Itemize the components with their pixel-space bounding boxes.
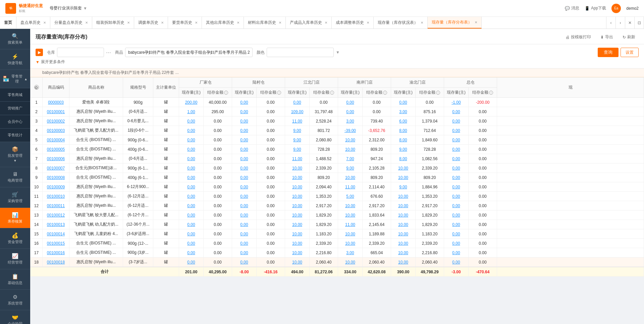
row-yubei-amt: 712.64 <box>416 126 444 135</box>
row-extra <box>497 192 644 201</box>
table-wrapper[interactable]: ⚙ 商品编码 商品名称 规格型号 主计量单位 厂家仓 陆村仓 江北门店 南岸门店… <box>30 77 644 324</box>
row-no: 3 <box>31 117 43 126</box>
tab-cailiao[interactable]: 材料出库单历史 ✕ <box>244 17 286 29</box>
sidebar-item-inventory[interactable]: 📊 库存核算 <box>0 208 30 228</box>
tab-chengben[interactable]: 成本调整单历史 ✕ <box>332 17 374 29</box>
color-input[interactable] <box>267 48 334 57</box>
sidebar: 🔍 搜索英单 ⚡ 快捷导航 🏪 零售管理 ▲ 零售商城 营销推广 会员中心 零售… <box>0 29 30 324</box>
sidebar-item-basic[interactable]: 📋 基础信息 <box>0 269 30 290</box>
print-btn[interactable]: 🖨 按模板打印 <box>562 33 594 41</box>
sidebar-item-collab[interactable]: 🤝 企业协同 <box>0 310 30 324</box>
row-code: 00100014 <box>43 229 69 239</box>
row-factory-amt: 0.00 <box>204 173 232 182</box>
row-extra <box>497 154 644 164</box>
export-btn[interactable]: ⬇ 导出 <box>597 33 616 41</box>
row-total-qty: 0.00 <box>444 117 469 126</box>
row-name: 惠氏启智 (Wyeth illu... <box>69 201 123 211</box>
refresh-btn[interactable]: ↻ 刷新 <box>619 33 639 41</box>
tab-kucun-dist[interactable]: 现存量（库存分布表） ✕ <box>428 17 482 29</box>
sidebar-item-finance[interactable]: 💰 资金管理 <box>0 228 30 249</box>
sidebar-item-search[interactable]: 🔍 搜索英单 <box>0 29 30 49</box>
th-jiangbei-qty: 现存量(主) <box>285 88 310 98</box>
filter-expand-toggle[interactable]: ▶ <box>36 49 43 56</box>
tab-pandian[interactable]: 盘点单历史 ✕ <box>16 17 50 29</box>
sidebar-item-wholesale[interactable]: 📦 批发管理 ▼ <box>0 142 30 167</box>
tab-zuhe[interactable]: 组装拆卸单历史 ✕ <box>92 17 134 29</box>
color-dropdown[interactable]: ▼ <box>336 50 340 55</box>
filter-area: ▶ 仓库 ··· 商品 颜色 ▼ 查询 设置 <box>30 44 644 68</box>
row-code: 00100011 <box>43 201 69 211</box>
row-factory-qty: 0.00 <box>179 248 204 258</box>
th-group-factory: 厂家仓 <box>179 78 232 88</box>
sidebar-item-system[interactable]: ⚙ 系统管理 <box>0 290 30 310</box>
row-factory-qty: 0.00 <box>179 154 204 164</box>
row-factory-amt: 0.00 <box>204 135 232 145</box>
tab-kucun-status[interactable]: 现存量（库存状况表） ✕ <box>374 17 428 29</box>
table-row: 18 00100018 惠氏启智 (Wyeth illu... (3-7岁适..… <box>31 258 644 267</box>
row-name: 惠氏启智 (Wyeth illu... <box>69 107 123 117</box>
row-extra <box>497 258 644 267</box>
filter-goods: 商品 <box>115 48 253 57</box>
tab-prev-btn[interactable]: ‹ <box>606 17 616 29</box>
row-lucun-qty: 0.00 <box>232 117 257 126</box>
sidebar-item-quicknav[interactable]: ⚡ 快捷导航 <box>0 49 30 70</box>
tab-fenpan[interactable]: 分量盘点单历史 ✕ <box>50 17 92 29</box>
row-nanan-amt: 676.60 <box>363 192 391 201</box>
tab-chancheng[interactable]: 产成品入库单历史 ✕ <box>286 17 332 29</box>
row-nanan-qty: 10.00 <box>338 201 363 211</box>
row-no: 15 <box>31 229 43 239</box>
row-yubei-amt: 875.16 <box>416 107 444 117</box>
tab-close-all-btn[interactable]: ✕ <box>625 17 635 29</box>
row-factory-amt: 0.00 <box>204 239 232 248</box>
row-spec: 1段(0-6个... <box>123 126 153 135</box>
warehouse-input[interactable] <box>57 48 104 57</box>
sidebar-item-retail[interactable]: 🏪 零售管理 ▲ <box>0 70 30 88</box>
row-yubei-qty: 10.00 <box>391 201 416 211</box>
messages-btn[interactable]: 💬 消息 <box>565 5 579 11</box>
user-avatar[interactable]: Ea <box>611 4 621 13</box>
setting-button[interactable]: 设置 <box>621 48 639 57</box>
row-yubei-amt: 1,379.04 <box>416 117 444 126</box>
row-factory-amt: 0.00 <box>204 126 232 135</box>
row-total-amt: 0.00 <box>469 117 497 126</box>
goods-input[interactable] <box>125 48 253 57</box>
row-spec: 900g <box>123 98 153 107</box>
row-spec: (6-12个月... <box>123 211 153 220</box>
row-lucun-qty: 0.00 <box>232 107 257 117</box>
row-lucun-qty: 0.00 <box>232 220 257 229</box>
row-yubei-amt: 1,082.56 <box>416 154 444 164</box>
row-nanan-amt: 809.20 <box>363 145 391 154</box>
tab-qita[interactable]: 其他出库单历史 ✕ <box>202 17 244 29</box>
row-unit: 罐 <box>153 173 179 182</box>
row-jiangbei-qty: 10.00 <box>285 192 310 201</box>
row-yubei-amt: 2,917.20 <box>416 201 444 211</box>
sidebar-item-retailstat[interactable]: 零售统计 <box>0 129 30 142</box>
query-button[interactable]: 查询 <box>598 48 619 57</box>
sidebar-item-ecommerce[interactable]: 🖥 电商管理 <box>0 167 30 187</box>
row-spec: 900g (12-... <box>123 239 153 248</box>
sidebar-item-operations[interactable]: 📈 经营管理 <box>0 249 30 269</box>
row-factory-qty: 0.00 <box>179 182 204 192</box>
row-lucun-amt: 0.00 <box>257 182 285 192</box>
tab-expand-btn[interactable]: ⊡ <box>635 17 644 29</box>
tab-diaob[interactable]: 调拨单历史 ✕ <box>134 17 168 29</box>
row-code: 00100004 <box>43 135 69 145</box>
sidebar-item-purchase[interactable]: 🛒 采购管理 <box>0 187 30 208</box>
row-no: 7 <box>31 154 43 164</box>
filter-more-toggle[interactable]: ▼ 展开更多条件 <box>36 59 639 65</box>
sidebar-item-member[interactable]: 会员中心 <box>0 115 30 129</box>
industry-selector[interactable]: 母婴行业演示陈套 ▼ <box>50 5 87 11</box>
row-unit: 罐 <box>153 164 179 173</box>
row-nanan-qty: 3.00 <box>338 117 363 126</box>
row-jiangbei-amt: 0.00 <box>310 98 338 107</box>
row-jiangbei-qty: 9.00 <box>285 126 310 135</box>
app-download-btn[interactable]: 📱 App下载 <box>585 5 606 11</box>
sidebar-item-marketing[interactable]: 营销推广 <box>0 102 30 115</box>
tab-next-btn[interactable]: › <box>616 17 625 29</box>
sidebar-item-retailstore[interactable]: 零售商城 <box>0 88 30 102</box>
table-header: ⚙ 商品编码 商品名称 规格型号 主计量单位 厂家仓 陆村仓 江北门店 南岸门店… <box>31 78 644 98</box>
goods-value-display: babycare孕妇待产包 春季入院全套母子组合孕妇产后冬季月子用品 22件套 … <box>30 68 644 77</box>
tab-home[interactable]: 首页 <box>0 17 16 29</box>
tab-yaohuo[interactable]: 要货单历史 ✕ <box>168 17 202 29</box>
row-total-qty: 0.00 <box>444 173 469 182</box>
